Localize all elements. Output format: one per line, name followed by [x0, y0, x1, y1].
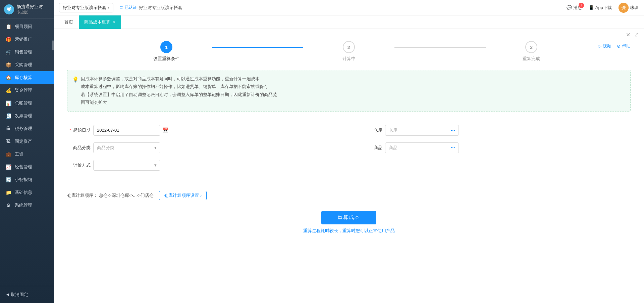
expand-button[interactable]: ⤢: [634, 32, 639, 38]
category-select[interactable]: 商品分类 ▾: [93, 142, 160, 153]
expense-label: 小畅报销: [15, 177, 32, 183]
app-download-label: App下载: [595, 5, 612, 11]
date-label: * 起始日期: [67, 127, 91, 133]
sidebar-item-invoice[interactable]: 🧾 发票管理: [0, 110, 54, 122]
inventory-label: 库存核算: [15, 75, 32, 81]
pricing-arrow: ▾: [154, 163, 157, 168]
messages-button[interactable]: 💬 消息 1: [567, 5, 582, 11]
sidebar-item-basic[interactable]: 📁 基础信息: [0, 186, 54, 199]
help-label: 帮助: [622, 43, 631, 49]
verified-text: 好业财专业版演示帐套: [139, 5, 182, 11]
step-2-label: 计算中: [342, 56, 356, 62]
assets-icon: 🏗: [5, 138, 11, 144]
finance-icon: 💰: [5, 87, 11, 93]
help-link[interactable]: ⊙ 帮助: [617, 43, 631, 49]
finance-label: 资金管理: [15, 87, 32, 93]
sidebar-item-purchase[interactable]: 📦 采购管理: [0, 58, 54, 71]
user-avatar: 珠: [619, 3, 629, 13]
form-area: * 起始日期 📅 仓库 仓库 ··· 商品分类: [54, 120, 644, 185]
step-line-1-2: [212, 47, 303, 48]
sidebar-item-expense[interactable]: 🔄 小畅报销: [0, 173, 54, 186]
warehouse-order-btn-label: 仓库计算顺序设置 ›: [164, 192, 202, 199]
pricing-select[interactable]: ▾: [93, 160, 160, 171]
phone-icon: 📱: [589, 5, 594, 10]
tab-recalc[interactable]: 商品成本重算 ×: [79, 15, 121, 29]
sidebar-item-operations[interactable]: 📈 经营管理: [0, 161, 54, 173]
sidebar-item-tax[interactable]: 🏛 税务管理: [0, 122, 54, 135]
account-selector[interactable]: 好业财专业版演示帐套 ▾: [59, 3, 113, 12]
close-button[interactable]: ✕: [626, 32, 630, 38]
tax-icon: 🏛: [5, 126, 11, 132]
calendar-icon[interactable]: 📅: [162, 127, 169, 133]
category-label: 商品分类: [67, 145, 91, 151]
tab-recalc-close[interactable]: ×: [113, 20, 115, 25]
help-icon: ⊙: [617, 44, 621, 49]
sidebar-item-assets[interactable]: 🏗 固定资产: [0, 135, 54, 148]
info-box-icon: 💡: [72, 75, 79, 85]
date-input[interactable]: [93, 125, 160, 136]
sidebar-item-sales[interactable]: 🛒 销售管理: [0, 46, 54, 58]
logo-icon: 畅: [4, 4, 14, 14]
project-label: 项目顾问: [15, 24, 32, 30]
payroll-label: 工资: [15, 151, 23, 157]
expense-icon: 🔄: [5, 177, 11, 183]
sidebar-item-unpin[interactable]: ◄ 取消固定: [0, 289, 54, 300]
sidebar-item-project[interactable]: 📋 项目顾问: [0, 20, 54, 33]
logo-text: 畅捷通好业财 专业版: [17, 4, 43, 14]
tab-home-label: 首页: [64, 19, 73, 25]
operations-icon: 📈: [5, 164, 11, 170]
form-row-3: 计价方式 ▾: [67, 160, 631, 171]
sidebar-item-marketing[interactable]: 🎁 营销推广: [0, 33, 54, 46]
main-area: 好业财专业版演示帐套 ▾ 🛡 已认证 好业财专业版演示帐套 💬 消息 1 📱 A…: [54, 0, 644, 303]
sidebar-item-finance[interactable]: 💰 资金管理: [0, 84, 54, 97]
goods-select[interactable]: 商品 ···: [385, 142, 459, 153]
purchase-icon: 📦: [5, 62, 11, 68]
info-line-4: 围可能会扩大: [81, 98, 625, 106]
sidebar-bottom[interactable]: ◄ 取消固定: [0, 286, 54, 303]
info-line-3: 若【系统设置】中启用了自动调整记账日期时，会调整入库单的整单记账日期，因此重新计…: [81, 91, 625, 98]
sidebar-logo: 畅 畅捷通好业财 专业版: [0, 0, 54, 19]
invoice-icon: 🧾: [5, 113, 11, 119]
inventory-icon: 🏠: [5, 75, 11, 81]
sales-label: 销售管理: [15, 49, 32, 55]
action-area: 重算成本 重算过程耗时较长，重算时您可以正常使用产品: [54, 203, 644, 236]
warehouse-select[interactable]: 仓库 ···: [385, 125, 459, 136]
accounting-icon: 📊: [5, 100, 11, 106]
message-icon: 💬: [567, 5, 572, 10]
basic-icon: 📁: [5, 189, 11, 196]
play-icon: ▷: [598, 44, 601, 49]
app-download-button[interactable]: 📱 App下载: [589, 5, 612, 11]
sidebar-item-inventory[interactable]: 🏠 库存核算: [0, 71, 54, 84]
video-link[interactable]: ▷ 视频: [598, 43, 611, 49]
steps-container: 1 设置重算条件 2 计算中 3 重算完成 ▷: [54, 29, 644, 70]
sidebar-item-payroll[interactable]: 💼 工资: [0, 148, 54, 161]
accounting-label: 总账管理: [15, 100, 32, 106]
info-line-1: 因成本计算参数调整，或是对商品成本有疑问时，可以通过成本重算功能，重新计算一遍成…: [81, 75, 625, 83]
form-group-pricing: 计价方式 ▾: [67, 160, 631, 171]
steps-helper: ▷ 视频 ⊙ 帮助: [598, 43, 631, 49]
system-icon: ⚙: [5, 202, 11, 208]
sidebar-item-accounting[interactable]: 📊 总账管理: [0, 97, 54, 110]
sidebar-item-system[interactable]: ⚙ 系统管理: [0, 199, 54, 212]
video-label: 视频: [603, 43, 611, 49]
warehouse-order-text: 仓库计算顺序： 总仓->深圳仓库->...->门店仓: [67, 192, 154, 199]
tab-home[interactable]: 首页: [59, 15, 79, 29]
form-group-date: * 起始日期 📅: [67, 125, 339, 136]
step-3-circle: 3: [525, 41, 537, 53]
operations-label: 经营管理: [15, 164, 32, 170]
tax-label: 税务管理: [15, 126, 32, 132]
user-area[interactable]: 珠 珠珠: [619, 3, 639, 13]
form-group-goods: 商品 商品 ···: [359, 142, 631, 153]
recalc-btn-label: 重算成本: [337, 214, 360, 220]
topbar: 好业财专业版演示帐套 ▾ 🛡 已认证 好业财专业版演示帐套 💬 消息 1 📱 A…: [54, 0, 644, 15]
dots-btn[interactable]: ···: [451, 127, 455, 133]
info-line-2: 成本重算过程中，影响库存账的操作均不能操作，比如进货单、销货单、库存单据不能审核…: [81, 83, 625, 90]
warehouse-order-row: 仓库计算顺序： 总仓->深圳仓库->...->门店仓 仓库计算顺序设置 ›: [54, 185, 644, 203]
goods-dots-btn[interactable]: ···: [451, 145, 455, 151]
recalc-button[interactable]: 重算成本: [321, 211, 376, 224]
recalc-hint: 重算过程耗时较长，重算时您可以正常使用产品: [303, 228, 395, 234]
topbar-right: 💬 消息 1 📱 App下载 珠 珠珠: [567, 3, 639, 13]
warehouse-order-btn[interactable]: 仓库计算顺序设置 ›: [159, 191, 207, 200]
payroll-icon: 💼: [5, 151, 11, 157]
step-2-circle: 2: [343, 41, 355, 53]
